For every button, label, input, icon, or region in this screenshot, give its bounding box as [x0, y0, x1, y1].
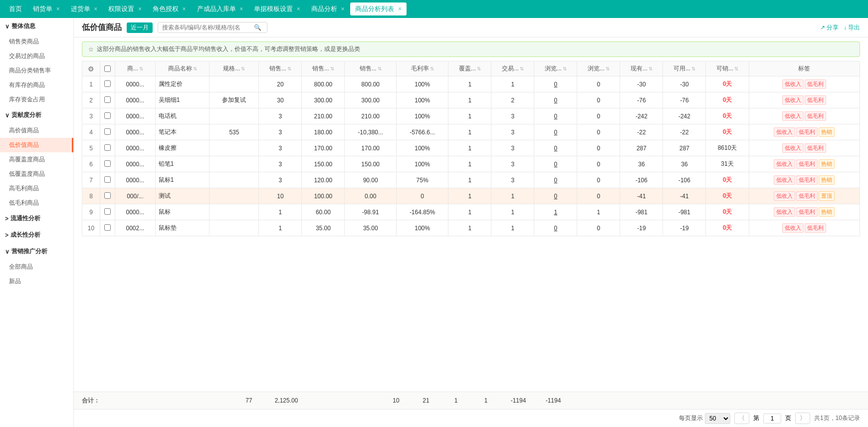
sidebar-group-contribution[interactable]: ∨ 贡献度分析	[0, 107, 73, 123]
close-sales-icon[interactable]: ×	[56, 5, 60, 12]
close-permission-icon[interactable]: ×	[138, 5, 142, 12]
sort-cost-icon[interactable]: ⇅	[378, 66, 382, 71]
sidebar-item-stocked-goods[interactable]: 有库存的商品	[0, 78, 73, 92]
col-sale-qty[interactable]: 销售...⇅	[259, 61, 302, 76]
search-icon[interactable]: 🔍	[254, 24, 261, 31]
export-button[interactable]: ↓ 导出	[844, 23, 860, 32]
close-analysis-list-icon[interactable]: ×	[398, 5, 402, 12]
nav-home[interactable]: 首页	[4, 2, 27, 15]
nav-role[interactable]: 角色授权 ×	[148, 2, 191, 15]
sort-name-icon[interactable]: ⇅	[193, 66, 197, 71]
row-checkbox[interactable]	[104, 144, 111, 151]
sort-stock-icon[interactable]: ⇅	[649, 66, 652, 71]
col-name[interactable]: 商品名称⇅	[155, 61, 210, 76]
close-role-icon[interactable]: ×	[183, 5, 186, 12]
share-button[interactable]: ↗ 分享	[820, 23, 839, 32]
col-browse1[interactable]: 浏览...⇅	[534, 61, 577, 76]
first-page-button[interactable]: 〈	[734, 413, 749, 424]
nav-permission[interactable]: 权限设置 ×	[103, 2, 147, 15]
col-saleable[interactable]: 可销...⇅	[706, 61, 749, 76]
row-checkbox[interactable]	[104, 176, 111, 183]
sort-qty-icon[interactable]: ⇅	[287, 66, 291, 71]
sidebar-item-new-goods[interactable]: 新品	[0, 274, 73, 289]
row-browse1[interactable]: 0	[534, 156, 577, 172]
col-settings[interactable]: ⚙	[82, 61, 100, 76]
browse1-link[interactable]: 0	[554, 177, 558, 184]
sort-saleable-icon[interactable]: ⇅	[734, 66, 738, 71]
row-browse1[interactable]: 0	[534, 188, 577, 204]
col-stock[interactable]: 现有...⇅	[620, 61, 663, 76]
nav-template[interactable]: 单据模板设置 ×	[249, 2, 305, 15]
browse1-link[interactable]: 0	[554, 193, 558, 200]
sort-gross-icon[interactable]: ⇅	[430, 66, 434, 71]
row-browse1[interactable]: 0	[534, 172, 577, 188]
next-page-button[interactable]: 〉	[795, 413, 810, 424]
browse1-link[interactable]: 1	[554, 209, 558, 216]
close-analysis-icon[interactable]: ×	[341, 5, 344, 12]
col-trade[interactable]: 交易...⇅	[491, 61, 534, 76]
col-sale-amt[interactable]: 销售...⇅	[302, 61, 345, 76]
col-available[interactable]: 可用...⇅	[663, 61, 706, 76]
sidebar-item-capital[interactable]: 库存资金占用	[0, 92, 73, 107]
row-checkbox[interactable]	[104, 192, 111, 199]
browse1-link[interactable]: 0	[554, 145, 558, 152]
close-product-icon[interactable]: ×	[239, 5, 243, 12]
sidebar-item-all-goods[interactable]: 全部商品	[0, 260, 73, 274]
sort-browse1-icon[interactable]: ⇅	[563, 66, 567, 71]
sidebar-group-overall[interactable]: ∨ 整体信息	[0, 18, 73, 34]
sort-code-icon[interactable]: ⇅	[139, 66, 143, 71]
sidebar-item-high-coverage[interactable]: 高覆盖度商品	[0, 152, 73, 167]
col-spec[interactable]: 规格...⇅	[210, 61, 259, 76]
row-checkbox[interactable]	[104, 112, 111, 119]
sidebar-group-growth[interactable]: > 成长性分析	[0, 227, 73, 243]
close-purchase-icon[interactable]: ×	[94, 5, 97, 12]
row-browse1[interactable]: 0	[534, 124, 577, 140]
sort-trade-icon[interactable]: ⇅	[520, 66, 524, 71]
gear-icon[interactable]: ⚙	[88, 65, 94, 73]
col-gross-rate[interactable]: 毛利率⇅	[396, 61, 448, 76]
sidebar-item-high-profit[interactable]: 高毛利商品	[0, 181, 73, 196]
row-browse1[interactable]: 0	[534, 92, 577, 108]
select-all-checkbox[interactable]	[104, 65, 111, 72]
sidebar-item-low-coverage[interactable]: 低覆盖度商品	[0, 167, 73, 181]
nav-purchase[interactable]: 进货单 ×	[66, 2, 103, 15]
row-browse1[interactable]: 0	[534, 108, 577, 124]
sidebar-item-sales-goods[interactable]: 销售类商品	[0, 34, 73, 49]
row-checkbox[interactable]	[104, 128, 111, 135]
browse1-link[interactable]: 0	[554, 113, 558, 120]
sort-browse2-icon[interactable]: ⇅	[606, 66, 610, 71]
sidebar-group-marketing[interactable]: ∨ 营销推广分析	[0, 243, 73, 260]
row-checkbox[interactable]	[104, 80, 111, 87]
col-cover[interactable]: 覆盖...⇅	[448, 61, 491, 76]
browse1-link[interactable]: 0	[554, 129, 558, 136]
time-tag[interactable]: 近一月	[127, 22, 153, 33]
search-box[interactable]: 🔍	[158, 22, 267, 33]
col-sale-cost[interactable]: 销售...⇅	[345, 61, 396, 76]
close-template-icon[interactable]: ×	[297, 5, 300, 12]
row-checkbox[interactable]	[104, 160, 111, 167]
sort-available-icon[interactable]: ⇅	[691, 66, 695, 71]
browse1-link[interactable]: 0	[554, 225, 558, 232]
row-checkbox[interactable]	[104, 208, 111, 215]
row-checkbox[interactable]	[104, 96, 111, 103]
col-browse2[interactable]: 浏览...⇅	[577, 61, 620, 76]
sidebar-item-category-rate[interactable]: 商品分类销售率	[0, 63, 73, 78]
sidebar-item-traded-goods[interactable]: 交易过的商品	[0, 49, 73, 63]
sidebar-item-high-value[interactable]: 高价值商品	[0, 123, 73, 138]
browse1-link[interactable]: 0	[554, 97, 558, 104]
row-browse1[interactable]: 1	[534, 204, 577, 220]
row-browse1[interactable]: 0	[534, 76, 577, 92]
nav-sales[interactable]: 销货单 ×	[28, 2, 65, 15]
sidebar-item-low-profit[interactable]: 低毛利商品	[0, 196, 73, 210]
nav-product[interactable]: 产成品入库单 ×	[192, 2, 248, 15]
nav-analysis[interactable]: 商品分析 ×	[306, 2, 350, 15]
sort-spec-icon[interactable]: ⇅	[241, 66, 245, 71]
browse1-link[interactable]: 0	[554, 161, 558, 168]
row-browse1[interactable]: 0	[534, 140, 577, 156]
per-page-select[interactable]: 10 20 50 100	[705, 413, 730, 424]
sidebar-group-flow[interactable]: > 流通性分析	[0, 210, 73, 227]
sidebar-item-low-value[interactable]: 低价值商品	[0, 138, 73, 152]
row-browse1[interactable]: 0	[534, 220, 577, 236]
search-input[interactable]	[162, 24, 252, 31]
col-code[interactable]: 商...⇅	[115, 61, 156, 76]
